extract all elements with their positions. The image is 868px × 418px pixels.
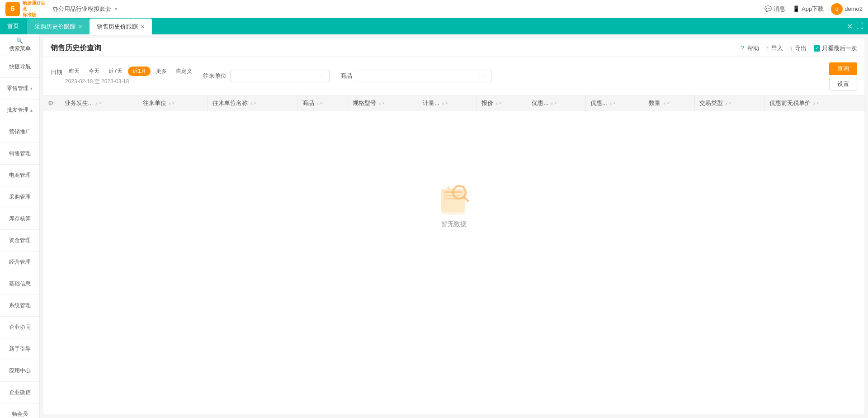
date-option-today[interactable]: 今天 — [85, 66, 103, 76]
sidebar-item-marketing[interactable]: 营销推广 — [0, 121, 39, 143]
sidebar-item-business[interactable]: 经营管理 — [0, 252, 39, 273]
sidebar-item-basic[interactable]: 基础信息 — [0, 273, 39, 295]
col-settings-header[interactable]: ⚙ — [43, 95, 60, 111]
col-discount1-label: 优惠... — [532, 99, 548, 107]
sidebar-item-wechat[interactable]: 企业微信 — [0, 382, 39, 404]
svg-rect-3 — [444, 195, 458, 196]
filter-row: 日期 昨天 今天 近7天 近1月 更多 自定义 2023-02-18 至 202… — [43, 57, 864, 95]
sidebar-item-appstore[interactable]: 应用中心 — [0, 360, 39, 382]
sidebar-item-ecommerce[interactable]: 电商管理 — [0, 165, 39, 186]
finance-label: 资金管理 — [9, 237, 31, 244]
sidebar-item-quick[interactable]: 快捷导航 — [0, 56, 39, 78]
sort-spec-icon: ▲▼ — [378, 101, 385, 105]
tab-sales-label: 销售历史价跟踪 — [97, 23, 138, 31]
sidebar-item-search[interactable]: 🔍 搜索菜单 — [0, 34, 39, 56]
filter-action-btns: 查询 设置 — [829, 62, 857, 90]
date-option-yesterday[interactable]: 昨天 — [65, 66, 83, 76]
col-pretax-price-header[interactable]: 优惠前无税单价 ▲▼ — [764, 95, 864, 111]
marketing-label: 营销推广 — [9, 128, 31, 136]
sidebar-item-member[interactable]: 畅会员 — [0, 404, 39, 418]
system-dropdown-arrow[interactable]: ▾ — [115, 6, 118, 12]
main-layout: 🔍 搜索菜单 快捷导航 零售管理 ▾ 批发管理 ▴ 营销推广 销售管理 电商管理… — [0, 34, 868, 418]
query-button[interactable]: 查询 — [829, 62, 857, 75]
user-profile[interactable]: d demo2 — [831, 3, 863, 15]
sidebar-item-enterprise[interactable]: 企业协同 — [0, 317, 39, 338]
export-btn[interactable]: ↓ 导出 — [790, 44, 807, 52]
help-btn[interactable]: ？ 帮助 — [739, 44, 759, 52]
partner-input[interactable]: ··· — [230, 70, 330, 82]
goods-input-dots: ··· — [479, 73, 487, 80]
date-options-row: 昨天 今天 近7天 近1月 更多 自定义 — [65, 66, 196, 76]
sort-pretax-price-icon: ▲▼ — [812, 101, 820, 105]
partner-label: 往来单位 — [203, 72, 226, 80]
date-filter-label: 日期 — [51, 68, 62, 76]
sidebar-search-label: 搜索菜单 — [9, 45, 31, 52]
col-trade-type-header[interactable]: 交易类型 ▲▼ — [695, 95, 765, 111]
tab-home[interactable]: 首页 — [0, 18, 26, 34]
only-last-checkbox-area[interactable]: ✓ 只看最后一次 — [814, 44, 857, 52]
message-label: 消息 — [774, 5, 785, 13]
tab-purchase[interactable]: 采购历史价跟踪 ✕ — [27, 19, 90, 35]
search-icon: 🔍 — [16, 38, 23, 44]
sidebar-item-finance[interactable]: 资金管理 — [0, 230, 39, 252]
col-unit-header[interactable]: 计量... ▲▼ — [418, 95, 477, 111]
col-goods-header[interactable]: 商品 ▲▼ — [297, 95, 348, 111]
username: demo2 — [844, 5, 863, 12]
svg-point-8 — [463, 185, 465, 187]
sidebar-item-wholesale[interactable]: 批发管理 ▴ — [0, 100, 39, 121]
col-quantity-header[interactable]: 数量 ▲▼ — [644, 95, 695, 111]
sidebar-item-retail[interactable]: 零售管理 ▾ — [0, 78, 39, 100]
help-label: 帮助 — [747, 44, 759, 52]
sidebar-item-sales-mgmt[interactable]: 销售管理 — [0, 143, 39, 165]
logo-text: 畅捷通好生意 标准版 — [23, 0, 45, 18]
filter-inputs-row: 往来单位 ··· 商品 ··· — [203, 70, 822, 82]
appstore-label: 应用中心 — [9, 367, 31, 375]
date-range-display: 2023-02-18 至 2023-03-18 — [65, 78, 196, 86]
system-name: 办公用品行业模拟账套 — [52, 5, 111, 13]
message-btn[interactable]: 💬 消息 — [764, 5, 785, 13]
date-option-custom[interactable]: 自定义 — [172, 66, 196, 76]
sort-goods-icon: ▲▼ — [316, 101, 323, 105]
col-partner-code-header[interactable]: 往来单位 ▲▼ — [138, 95, 208, 111]
col-spec-header[interactable]: 规格型号 ▲▼ — [348, 95, 418, 111]
app-label: App下载 — [802, 5, 824, 13]
only-last-checkbox[interactable]: ✓ — [814, 45, 820, 52]
sales-mgmt-label: 销售管理 — [9, 150, 31, 157]
goods-input[interactable]: ··· — [356, 70, 491, 82]
tab-home-label: 首页 — [7, 22, 19, 30]
tab-sales[interactable]: 销售历史价跟踪 ✕ — [90, 19, 152, 35]
sidebar-item-newbie[interactable]: 新手引导 — [0, 338, 39, 360]
import-icon: ↑ — [766, 45, 769, 52]
app-download-btn[interactable]: 📱 App下载 — [793, 5, 824, 13]
col-unit-label: 计量... — [423, 99, 439, 107]
date-option-7days[interactable]: 近7天 — [105, 66, 126, 76]
tab-close-all-btn[interactable]: ✕ — [847, 22, 853, 31]
sidebar-item-inventory[interactable]: 库存核算 — [0, 208, 39, 230]
settings-button[interactable]: 设置 — [829, 78, 857, 90]
col-discount2-header[interactable]: 优惠... ▲▼ — [585, 95, 644, 111]
col-price-header[interactable]: 报价 ▲▼ — [476, 95, 527, 111]
col-trade-type-label: 交易类型 — [699, 99, 723, 107]
sidebar: 🔍 搜索菜单 快捷导航 零售管理 ▾ 批发管理 ▴ 营销推广 销售管理 电商管理… — [0, 34, 40, 418]
sidebar-item-purchase[interactable]: 采购管理 — [0, 186, 39, 208]
export-icon: ↓ — [790, 45, 793, 52]
import-btn[interactable]: ↑ 导入 — [766, 44, 783, 52]
tab-fullscreen-btn[interactable]: ⛶ — [856, 22, 863, 30]
empty-state: 暂无数据 — [43, 111, 864, 292]
tab-purchase-close[interactable]: ✕ — [78, 24, 82, 30]
tab-purchase-label: 采购历史价跟踪 — [34, 23, 75, 31]
ecommerce-label: 电商管理 — [9, 171, 31, 179]
tab-sales-close[interactable]: ✕ — [141, 24, 145, 30]
col-discount1-header[interactable]: 优惠... ▲▼ — [527, 95, 586, 111]
col-partner-name-header[interactable]: 往来单位名称 ▲▼ — [208, 95, 297, 111]
sort-partner-code-icon: ▲▼ — [168, 101, 175, 105]
enterprise-label: 企业协同 — [9, 323, 31, 331]
page-header: 销售历史价查询 ？ 帮助 ↑ 导入 ↓ 导出 ✓ — [43, 38, 864, 57]
sort-quantity-icon: ▲▼ — [662, 101, 670, 105]
col-pretax-price-label: 优惠前无税单价 — [769, 99, 811, 107]
date-option-1month[interactable]: 近1月 — [128, 66, 151, 76]
col-biz-date-header[interactable]: 业务发生... ▲▼ — [60, 95, 138, 111]
date-option-more[interactable]: 更多 — [152, 66, 170, 76]
only-last-label: 只看最后一次 — [822, 44, 857, 52]
sidebar-item-system[interactable]: 系统管理 — [0, 295, 39, 317]
